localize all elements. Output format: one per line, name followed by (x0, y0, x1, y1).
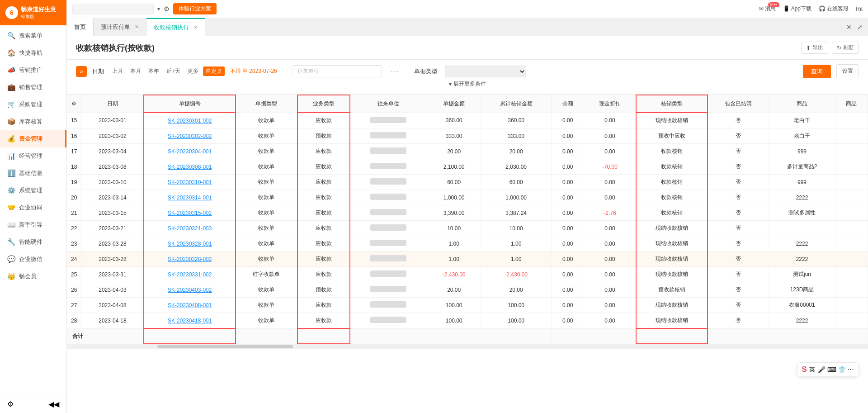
cell-bill-type: 收款单 (236, 113, 297, 128)
cell-cancel-type: 现结收款核销 (636, 313, 708, 329)
cell-included: 否 (708, 221, 769, 236)
cell-balance: 0.00 (552, 298, 584, 313)
cell-unit (350, 282, 427, 298)
sidebar-item-经营管理[interactable]: 📊经营管理 (0, 147, 66, 165)
search-input[interactable] (72, 4, 154, 14)
sidebar-item-企业微信[interactable]: 💬企业微信 (0, 251, 66, 268)
nav-label: 系统管理 (19, 186, 42, 195)
cell-accum: 333.00 (481, 128, 552, 144)
table-row: 26 2023-04-03 SK-20230403-002 收款单 预收款 20… (67, 282, 868, 298)
cell-cancel-type: 预收中应收 (636, 128, 708, 144)
cell-sn: SK-20230304-001 (144, 144, 236, 159)
dropdown-btn[interactable]: ▾ (157, 6, 160, 12)
total-bill-type (236, 328, 297, 344)
online-service-btn[interactable]: 🎧 在线客服 (819, 5, 849, 13)
cell-unit (350, 128, 427, 144)
cell-unit (350, 221, 427, 236)
cell-goods2 (835, 205, 868, 221)
th-balance: 余额 (552, 95, 584, 113)
sidebar-item-基础信息[interactable]: ℹ️基础信息 (0, 165, 66, 182)
cell-cancel-type: 现结收款核销 (636, 252, 708, 267)
watermark-icons: 🎤 ⌨ 👕 ⋯ (818, 366, 854, 373)
sidebar-item-营销推广[interactable]: 📣营销推广 (0, 62, 66, 79)
refresh-btn[interactable]: ↻ 刷新 (832, 42, 859, 54)
cell-biz-type: 应收款 (297, 144, 350, 159)
filter-lastmonth-btn[interactable]: 上月 (109, 66, 126, 76)
tab-writeoff-label: 收款核销执行 (154, 24, 189, 32)
filter-unit-input[interactable]: 往来单位 (292, 65, 382, 77)
total-unit (350, 328, 427, 344)
cell-sn: SK-20230308-001 (144, 159, 236, 175)
filter-type-select[interactable] (445, 66, 526, 77)
filter-expand-btn[interactable]: » (76, 66, 87, 77)
tab-payable[interactable]: 预计应付单 ✕ (94, 18, 146, 36)
cell-balance: 0.00 (552, 221, 584, 236)
nav-label: 基础信息 (19, 169, 42, 177)
cell-cancel-type: 收款核销 (636, 175, 708, 190)
tab-writeoff[interactable]: 收款核销执行 ✕ (146, 18, 205, 36)
collapse-icon[interactable]: ◀◀ (48, 400, 59, 408)
cell-num: 16 (67, 128, 81, 144)
chevron-down-icon: ▾ (157, 6, 160, 12)
nav-label: 资金管理 (19, 135, 42, 143)
table-row: 19 2023-03-10 SK-20230310-001 收款单 应收款 60… (67, 175, 868, 190)
filter-type-label: 单据类型 (414, 67, 438, 76)
sidebar-item-畅会员[interactable]: 👑畅会员 (0, 268, 66, 285)
cell-goods1: 多计量商品2 (769, 159, 835, 175)
settings-icon[interactable]: ⚙ (7, 400, 14, 408)
tab-writeoff-close[interactable]: ✕ (193, 24, 198, 30)
tab-home[interactable]: 首页 (67, 18, 94, 36)
sidebar-bottom: ⚙ ◀◀ (0, 395, 66, 413)
sidebar-item-新手引导[interactable]: 📖新手引导 (0, 216, 66, 233)
sidebar-item-库存核算[interactable]: 📦库存核算 (0, 113, 66, 130)
sidebar-item-销售管理[interactable]: 💼销售管理 (0, 79, 66, 96)
gear-btn[interactable]: ⚙ (164, 5, 170, 13)
filter-dots: ··· (391, 67, 400, 76)
filter-settings-btn[interactable]: 设置 (836, 64, 859, 78)
sidebar-item-智能硬件[interactable]: 🔧智能硬件 (0, 233, 66, 251)
cell-amount: 10.00 (427, 221, 481, 236)
cell-balance: 0.00 (552, 236, 584, 252)
sidebar-item-采购管理[interactable]: 🛒采购管理 (0, 96, 66, 113)
solution-btn[interactable]: 体验行业方案 (173, 3, 217, 14)
sidebar-item-搜索菜单[interactable]: 🔍搜索菜单 (0, 27, 66, 44)
cell-accum: -2,430.00 (481, 267, 552, 282)
table-row: 15 2023-03-01 SK-20230301-002 收款单 应收款 36… (67, 113, 868, 128)
cell-num: 22 (67, 221, 81, 236)
cell-included: 否 (708, 190, 769, 205)
cell-date: 2023-04-18 (81, 313, 144, 329)
nav-label: 快捷导航 (19, 49, 42, 57)
export-btn[interactable]: ⬆ 导出 (801, 42, 828, 54)
app-download-btn[interactable]: 📱 App下载 (783, 5, 811, 13)
tab-payable-close[interactable]: ✕ (135, 24, 139, 30)
cell-bill-type: 收款单 (236, 159, 297, 175)
tab-expand-btn[interactable]: ⤢ (855, 22, 864, 33)
filter-thisyear-btn[interactable]: 本年 (146, 66, 162, 76)
filter-7days-btn[interactable]: 近7天 (164, 66, 183, 76)
th-accum: 累计核销金额 (481, 95, 552, 113)
sidebar-item-快捷导航[interactable]: 🏠快捷导航 (0, 44, 66, 62)
sidebar-item-资金管理[interactable]: 💰资金管理 (0, 130, 66, 147)
cell-cancel-type: 现结收款核销 (636, 267, 708, 282)
cell-num: 15 (67, 113, 81, 128)
sidebar-item-企业协同[interactable]: 🤝企业协同 (0, 199, 66, 216)
table-scroll-thumb[interactable] (157, 345, 293, 348)
nav-label: 智能硬件 (19, 238, 42, 246)
sidebar: 6 畅康道好生意 标推版 🔍搜索菜单🏠快捷导航📣营销推广💼销售管理🛒采购管理📦库… (0, 0, 67, 413)
cell-date: 2023-03-08 (81, 159, 144, 175)
expand-more-btn[interactable]: ▾ 展开更多条件 (449, 80, 486, 88)
filter-custom-btn[interactable]: 自定义 (203, 66, 225, 76)
user-area: Rit (856, 6, 863, 12)
sidebar-item-系统管理[interactable]: ⚙️系统管理 (0, 182, 66, 199)
filter-thismonth-btn[interactable]: 本月 (127, 66, 144, 76)
filter-query-btn[interactable]: 查询 (803, 65, 831, 78)
cell-goods2 (835, 313, 868, 329)
cell-discount: 0.00 (584, 190, 636, 205)
filter-more-btn[interactable]: 更多 (185, 66, 201, 76)
cell-goods2 (835, 159, 868, 175)
cell-date: 2023-04-03 (81, 282, 144, 298)
message-btn[interactable]: ✉ 消息 99+ (759, 5, 776, 13)
tab-close-btn[interactable]: ✕ (844, 22, 854, 33)
cell-unit (350, 175, 427, 190)
table-scrollbar[interactable] (67, 344, 868, 349)
